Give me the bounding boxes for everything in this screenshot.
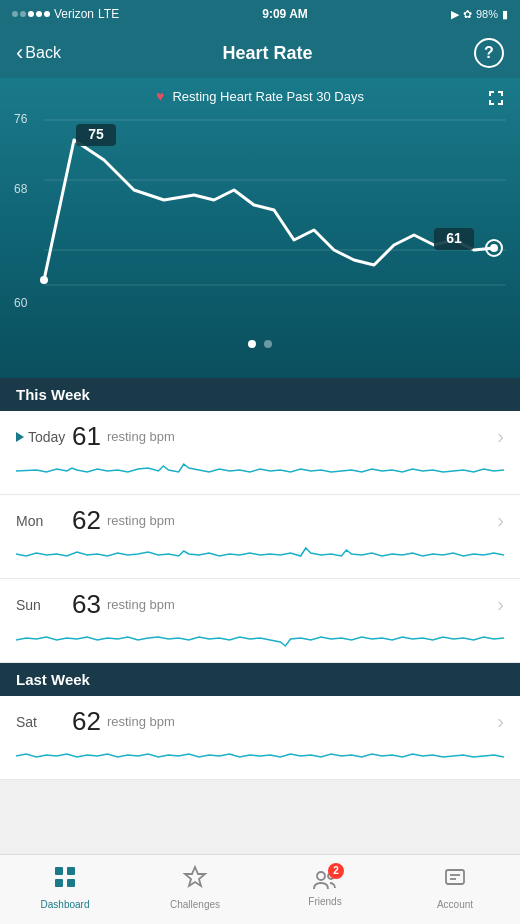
heart-rate-chart-container: ♥ Resting Heart Rate Past 30 Days 76 68 … — [0, 78, 520, 378]
tab-bar: Dashboard Challenges 2 Friends — [0, 854, 520, 924]
sat-day-label: Sat — [16, 714, 72, 730]
sat-bpm-label: resting bpm — [107, 714, 175, 729]
sat-sparkline — [0, 741, 520, 779]
tab-account[interactable]: Account — [390, 855, 520, 924]
today-chevron-icon: › — [497, 425, 504, 448]
sun-chevron-icon: › — [497, 593, 504, 616]
sat-row[interactable]: Sat 62 resting bpm › — [0, 696, 520, 780]
sat-chevron-icon: › — [497, 710, 504, 733]
svg-text:61: 61 — [446, 230, 462, 246]
signal-dot-2 — [20, 11, 26, 17]
page-dot-1[interactable] — [248, 340, 256, 348]
sun-day-label: Sun — [16, 597, 72, 613]
mon-bpm: 62 — [72, 505, 101, 536]
mon-bpm-label: resting bpm — [107, 513, 175, 528]
today-sparkline-svg — [16, 456, 504, 486]
location-icon: ▶ — [451, 8, 459, 21]
sun-bpm-label: resting bpm — [107, 597, 175, 612]
mon-sparkline-svg — [16, 540, 504, 570]
page-title: Heart Rate — [222, 43, 312, 64]
back-label: Back — [25, 44, 61, 62]
mon-sparkline — [0, 540, 520, 578]
status-time: 9:09 AM — [262, 7, 308, 21]
last-week-header: Last Week — [0, 663, 520, 696]
dashboard-icon — [52, 864, 78, 896]
svg-point-4 — [40, 276, 48, 284]
today-sparkline — [0, 456, 520, 494]
status-right: ▶ ✿ 98% ▮ — [451, 8, 508, 21]
svg-rect-18 — [446, 870, 464, 884]
bluetooth-icon: ✿ — [463, 8, 472, 21]
last-week-label: Last Week — [16, 671, 90, 688]
y-label-top: 76 — [14, 112, 27, 126]
sun-sparkline-svg — [16, 624, 504, 654]
svg-point-16 — [317, 872, 325, 880]
signal-dot-1 — [12, 11, 18, 17]
back-chevron-icon: ‹ — [16, 42, 23, 64]
sun-bpm: 63 — [72, 589, 101, 620]
sun-row[interactable]: Sun 63 resting bpm › — [0, 579, 520, 663]
tab-challenges[interactable]: Challenges — [130, 855, 260, 924]
sun-label: Sun — [16, 597, 41, 613]
svg-rect-11 — [55, 867, 63, 875]
account-label: Account — [437, 899, 473, 910]
mon-chevron-icon: › — [497, 509, 504, 532]
sun-sparkline — [0, 624, 520, 662]
scroll-area[interactable]: This Week Today 61 resting bpm › Mon 62 … — [0, 378, 520, 864]
svg-point-6 — [490, 244, 498, 252]
svg-marker-15 — [185, 867, 205, 886]
nav-bar: ‹ Back Heart Rate ? — [0, 28, 520, 78]
challenges-icon — [182, 864, 208, 896]
svg-text:75: 75 — [88, 126, 104, 142]
today-bpm-label: resting bpm — [107, 429, 175, 444]
challenges-label: Challenges — [170, 899, 220, 910]
this-week-label: This Week — [16, 386, 90, 403]
signal-dot-3 — [28, 11, 34, 17]
y-label-mid: 68 — [14, 182, 27, 196]
mon-row[interactable]: Mon 62 resting bpm › — [0, 495, 520, 579]
today-label: Today — [28, 429, 65, 445]
friends-label: Friends — [308, 896, 341, 907]
chart-svg: 75 61 — [14, 110, 506, 310]
status-bar: Verizon LTE 9:09 AM ▶ ✿ 98% ▮ — [0, 0, 520, 28]
mon-label: Mon — [16, 513, 43, 529]
help-button[interactable]: ? — [474, 38, 504, 68]
battery-label: 98% — [476, 8, 498, 20]
this-week-header: This Week — [0, 378, 520, 411]
sat-row-top: Sat 62 resting bpm › — [0, 696, 520, 741]
dashboard-label: Dashboard — [41, 899, 90, 910]
battery-icon: ▮ — [502, 8, 508, 21]
signal-dot-5 — [44, 11, 50, 17]
today-row-top: Today 61 resting bpm › — [0, 411, 520, 456]
status-left: Verizon LTE — [12, 7, 119, 21]
friends-icon-wrapper: 2 — [312, 867, 338, 893]
today-bpm: 61 — [72, 421, 101, 452]
signal-dot-4 — [36, 11, 42, 17]
account-icon — [442, 864, 468, 896]
help-icon: ? — [484, 44, 494, 62]
mon-row-top: Mon 62 resting bpm › — [0, 495, 520, 540]
sat-bpm: 62 — [72, 706, 101, 737]
sat-label: Sat — [16, 714, 37, 730]
carrier-label: Verizon — [54, 7, 94, 21]
signal-dots — [12, 11, 50, 17]
y-label-bottom: 60 — [14, 296, 27, 310]
back-button[interactable]: ‹ Back — [16, 42, 61, 64]
page-dot-2[interactable] — [264, 340, 272, 348]
today-row[interactable]: Today 61 resting bpm › — [0, 411, 520, 495]
tab-friends[interactable]: 2 Friends — [260, 855, 390, 924]
play-icon — [16, 432, 24, 442]
svg-rect-12 — [67, 867, 75, 875]
svg-rect-13 — [55, 879, 63, 887]
friends-badge: 2 — [328, 863, 344, 879]
tab-dashboard[interactable]: Dashboard — [0, 855, 130, 924]
sun-row-top: Sun 63 resting bpm › — [0, 579, 520, 624]
chart-area: 76 68 60 75 61 — [0, 110, 520, 340]
chart-legend: ♥ Resting Heart Rate Past 30 Days — [0, 78, 520, 110]
today-day-label: Today — [16, 429, 72, 445]
svg-rect-14 — [67, 879, 75, 887]
chart-legend-text: Resting Heart Rate Past 30 Days — [172, 89, 363, 104]
network-label: LTE — [98, 7, 119, 21]
mon-day-label: Mon — [16, 513, 72, 529]
page-dots — [0, 340, 520, 354]
